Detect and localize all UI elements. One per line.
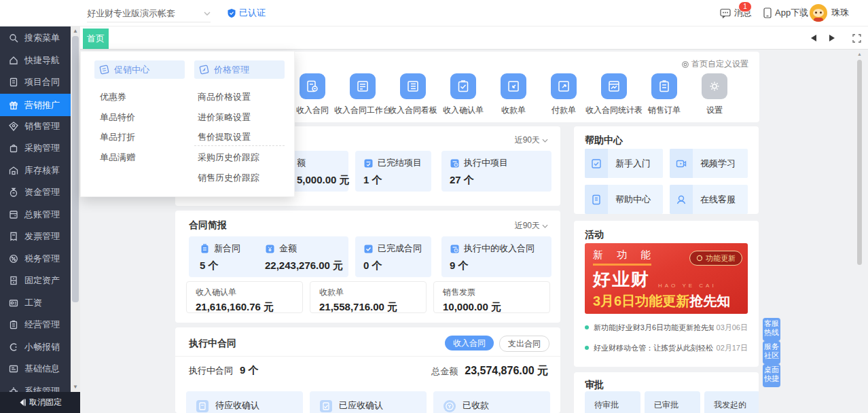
project-amount-value: 5,000.00 元 <box>297 174 350 187</box>
flyout-item-sale-price-extract[interactable]: 售价提取设置 <box>198 131 251 143</box>
flyout-item-discount[interactable]: 单品打折 <box>100 131 135 143</box>
sidebar-item-sales[interactable]: 销售管理 <box>0 116 71 137</box>
flyout-item-product-price-setting[interactable]: 商品价格设置 <box>198 91 251 103</box>
gear-icon <box>681 60 689 69</box>
flyout-item-sales-history-price[interactable]: 销售历史价跟踪 <box>198 172 259 184</box>
flyout-item-purchase-history-price[interactable]: 采购历史价跟踪 <box>198 151 259 164</box>
sidebar-item-purchase[interactable]: 采购管理 <box>0 138 71 158</box>
tab-home[interactable]: 首页 <box>83 29 109 49</box>
running-income-contract-card: 执行中的收入合同 9 个 <box>441 236 551 277</box>
base-info-icon <box>9 364 18 374</box>
approval-mine-card[interactable]: 我发起的 <box>704 391 759 413</box>
float-tab-service-hotline[interactable]: 客服热线 <box>763 318 780 341</box>
main-scrollbar-thumb[interactable] <box>857 60 862 265</box>
help-item-getting-started[interactable]: 新手入门 <box>585 149 663 178</box>
home-icon <box>9 56 18 65</box>
verified-label: 已认证 <box>239 7 266 19</box>
sidebar-item-invoice[interactable]: 发票管理 <box>0 226 71 247</box>
account-select[interactable]: 好业财专业版演示帐套 <box>87 5 211 22</box>
confirmed-receivable-card[interactable]: 已应收确认 <box>310 391 427 413</box>
contract-icon <box>9 77 18 87</box>
verified-badge[interactable]: 已认证 <box>227 7 266 19</box>
sidebar-item-operations[interactable]: 经营管理 <box>0 315 71 335</box>
contract-brief-panel: 合同简报 近90天 新合同 5 个 金额 22,243,276.00 元 <box>175 211 560 323</box>
sidebar-item-inventory[interactable]: 库存核算 <box>0 160 71 181</box>
project-amount-label: 额 <box>297 157 306 169</box>
fullscreen-button[interactable] <box>850 32 863 44</box>
new-contract-icon <box>200 244 210 254</box>
contract-range-filter[interactable]: 近90天 <box>515 220 548 232</box>
search-icon <box>9 33 18 43</box>
flyout-item-gift-with-purchase[interactable]: 单品满赠 <box>100 151 135 164</box>
flyout-divider <box>194 145 285 146</box>
unpin-sidebar-button[interactable]: 取消固定 <box>0 392 80 413</box>
pending-receivable-icon <box>196 399 209 413</box>
sidebar-scroll-down-icon[interactable]: ▼ <box>71 383 80 391</box>
tab-prev-button[interactable] <box>808 32 820 44</box>
income-confirm-icon <box>450 73 476 99</box>
sidebar-item-quick-nav[interactable]: 快捷导航 <box>0 50 71 71</box>
approval-pending-card[interactable]: 待审批 <box>585 391 640 413</box>
home-customize-button[interactable]: 首页自定义设置 <box>681 58 748 70</box>
new-contract-card: 新合同 5 个 金额 22,243,276.00 元 <box>189 236 348 277</box>
sidebar-item-search-menu[interactable]: 搜索菜单 <box>0 28 71 48</box>
sidebar-item-fixed-assets[interactable]: 固定资产 <box>0 270 71 291</box>
tax-icon <box>9 254 18 264</box>
help-item-online-service[interactable]: 在线客服 <box>670 185 748 214</box>
flyout-item-coupon[interactable]: 优惠券 <box>100 91 126 103</box>
sidebar-item-ledger[interactable]: 总账管理 <box>0 204 71 225</box>
float-tab-service-community[interactable]: 服务社区 <box>763 341 780 364</box>
project-range-filter[interactable]: 近90天 <box>515 134 548 146</box>
sidebar-item-funds[interactable]: 资金管理 <box>0 182 71 202</box>
tab-bar: 首页 <box>80 26 868 50</box>
contract-type-toggle: 收入合同 支出合同 <box>445 336 549 352</box>
banner-line3: 3月6日功能更新抢先知 <box>593 292 730 310</box>
sidebar-item-payroll[interactable]: 工资 <box>0 293 71 313</box>
received-payment-card[interactable]: 已收款 <box>433 391 550 413</box>
username[interactable]: 珠珠 <box>831 7 849 19</box>
promo-banner[interactable]: 新 功 能 功能更新 好业财 HAO YE CAI 3月6日功能更新抢先知 <box>585 243 748 314</box>
purchase-bag-icon <box>9 143 18 153</box>
done-contract-icon <box>363 244 374 254</box>
finished-project-icon <box>363 158 374 168</box>
tab-next-button[interactable] <box>826 32 838 44</box>
unpin-icon <box>18 399 26 406</box>
float-tab-desktop-shortcut[interactable]: 桌面快捷 <box>763 364 780 387</box>
sidebar-scrollbar[interactable]: ▲ ▼ <box>71 26 80 392</box>
activity-title: 活动 <box>585 229 604 241</box>
scroll-up-icon[interactable]: ▲ <box>856 52 863 56</box>
sidebar-scroll-up-icon[interactable]: ▲ <box>71 27 80 35</box>
confirmed-receivable-icon <box>319 399 333 413</box>
sidebar-item-base-info[interactable]: 基础信息 <box>0 359 71 379</box>
news-item[interactable]: 新功能|好业财3月6日功能更新抢先知 03月06日 <box>585 320 748 335</box>
account-select-value: 好业财专业版演示帐套 <box>87 7 175 20</box>
approval-done-card[interactable]: 已审批 <box>645 391 700 413</box>
chevron-down-icon <box>204 12 211 16</box>
finished-project-card: 已完结项目 1 个 <box>355 151 431 192</box>
avatar[interactable] <box>810 4 827 22</box>
quick-item-settings[interactable]: 设置 <box>684 73 745 116</box>
income-confirm-summary-card: 收入确认单 21,616,160.76 元 <box>186 281 303 313</box>
clipboard-icon <box>9 320 18 329</box>
sidebar-item-project-contract[interactable]: 项目合同 <box>0 72 71 92</box>
sidebar-item-tax[interactable]: 税务管理 <box>0 249 71 269</box>
pending-receivable-card[interactable]: 待应收确认 <box>186 391 303 413</box>
news-item[interactable]: 好业财移动仓管：让拣货从此刻轻松 02月17日 <box>585 340 748 355</box>
income-contract-workbench-icon <box>350 73 376 99</box>
done-contract-card: 已完成合同 0 个 <box>355 236 431 277</box>
sidebar-item-marketing[interactable]: 营销推广 <box>0 94 71 116</box>
toggle-expense-contract[interactable]: 支出合同 <box>499 336 549 352</box>
running-project-card: 执行中项目 27 个 <box>441 151 551 192</box>
sidebar-scrollbar-thumb[interactable] <box>72 36 79 302</box>
banner-title: 好业财 <box>593 268 650 291</box>
toggle-income-contract[interactable]: 收入合同 <box>445 336 494 351</box>
promo-stamp-icon <box>98 64 110 75</box>
flyout-item-purchase-price-strategy[interactable]: 进价策略设置 <box>198 111 251 124</box>
help-center-panel: 帮助中心 新手入门 视频学习 帮助中心 在线客服 <box>574 126 759 214</box>
help-item-help-center[interactable]: 帮助中心 <box>585 185 663 214</box>
main-scrollbar[interactable]: ▲ <box>856 52 863 412</box>
top-bar: 好业财专业版演示帐套 已认证 消息 1 App下载 珠珠 <box>0 0 868 26</box>
sidebar-item-reimburse[interactable]: 小畅报销 <box>0 337 71 357</box>
flyout-item-special-price[interactable]: 单品特价 <box>100 111 135 124</box>
help-item-video-learning[interactable]: 视频学习 <box>670 149 748 178</box>
